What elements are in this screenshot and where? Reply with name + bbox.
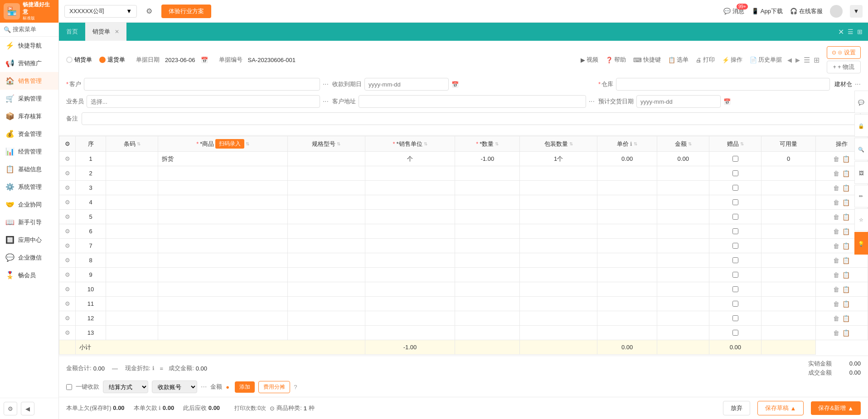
scan-button[interactable]: 扫码录入	[215, 139, 244, 149]
user-menu-icon[interactable]: ▼	[850, 5, 863, 18]
delete-icon-5[interactable]: 🗑	[833, 228, 839, 235]
row-unit-price-12[interactable]	[597, 326, 657, 340]
row-amount-7[interactable]	[657, 253, 709, 268]
settings-bottom-btn[interactable]: ⚙	[4, 402, 17, 415]
trial-button[interactable]: 体验行业方案	[161, 5, 211, 18]
delete-icon-1[interactable]: 🗑	[833, 170, 839, 177]
collapse-btn[interactable]: ◀	[21, 402, 34, 415]
row-unit-0[interactable]: 个	[365, 152, 455, 166]
shortcut-btn[interactable]: ⌨ 快捷键	[631, 55, 663, 65]
row-quantity-1[interactable]	[455, 166, 520, 181]
history-btn[interactable]: 📄 历史单据	[748, 55, 784, 65]
row-amount-0[interactable]: 0.00	[657, 152, 709, 166]
gift-checkbox-5[interactable]	[732, 228, 738, 234]
row-spec-1[interactable]	[288, 166, 365, 181]
address-dots[interactable]: ···	[589, 97, 595, 106]
row-quantity-10[interactable]	[455, 297, 520, 311]
gift-checkbox-9[interactable]	[732, 286, 738, 292]
row-barcode-10[interactable]	[106, 297, 158, 311]
float-btn-lock[interactable]: 🔒	[854, 114, 868, 137]
sidebar-item-guide[interactable]: 📖 新手引导	[0, 213, 58, 231]
calendar-icon-delivery[interactable]: 📅	[723, 98, 731, 105]
row-product-2[interactable]	[158, 181, 288, 195]
row-quantity-6[interactable]	[455, 239, 520, 253]
row-gear-0[interactable]: ⚙	[59, 152, 76, 166]
gift-checkbox-10[interactable]	[732, 301, 738, 307]
row-gear-6[interactable]: ⚙	[59, 239, 76, 253]
row-barcode-11[interactable]	[106, 311, 158, 326]
payment-checkbox[interactable]	[66, 384, 72, 390]
row-unit-9[interactable]	[365, 282, 455, 297]
circle-icon[interactable]: ⊙	[270, 405, 275, 412]
calendar-icon-date[interactable]: 📅	[201, 57, 208, 63]
view-grid-icon[interactable]: ⊞	[814, 56, 820, 64]
row-spec-4[interactable]	[288, 210, 365, 224]
row-amount-5[interactable]	[657, 224, 709, 239]
copy-icon-11[interactable]: 📋	[842, 315, 850, 322]
row-spec-3[interactable]	[288, 195, 365, 210]
float-btn-orange[interactable]: 💡	[854, 232, 868, 255]
row-amount-10[interactable]	[657, 297, 709, 311]
notes-input[interactable]	[82, 112, 861, 125]
delete-icon-11[interactable]: 🗑	[833, 315, 839, 322]
row-amount-9[interactable]	[657, 282, 709, 297]
gift-checkbox-3[interactable]	[732, 199, 738, 205]
row-spec-2[interactable]	[288, 181, 365, 195]
operation-btn[interactable]: ⚡ 操作	[720, 55, 744, 65]
row-barcode-8[interactable]	[106, 268, 158, 282]
float-btn-star[interactable]: ☆	[854, 208, 868, 231]
th-pack-qty[interactable]: 包装数量⇅	[520, 136, 597, 152]
copy-icon-4[interactable]: 📋	[842, 213, 850, 221]
row-gift-10[interactable]	[709, 297, 761, 311]
list-view-icon[interactable]: ☰	[848, 28, 853, 35]
tab-sales-order[interactable]: 销货单 ✕	[85, 23, 126, 41]
row-unit-price-5[interactable]	[597, 224, 657, 239]
row-product-10[interactable]	[158, 297, 288, 311]
row-gift-1[interactable]	[709, 166, 761, 181]
row-gift-8[interactable]	[709, 268, 761, 282]
row-pack-qty-4[interactable]	[520, 210, 597, 224]
gift-checkbox-2[interactable]	[732, 185, 738, 191]
row-pack-qty-5[interactable]	[520, 224, 597, 239]
copy-icon-9[interactable]: 📋	[842, 286, 850, 293]
row-gift-9[interactable]	[709, 282, 761, 297]
gift-checkbox-12[interactable]	[732, 330, 738, 336]
copy-icon-3[interactable]: 📋	[842, 199, 850, 206]
sidebar-item-inventory[interactable]: 📦 库存核算	[0, 107, 58, 125]
video-btn[interactable]: ▶ 视频	[579, 55, 600, 65]
row-amount-4[interactable]	[657, 210, 709, 224]
sidebar-item-sales[interactable]: 🏠 销售管理	[0, 72, 58, 90]
row-unit-price-2[interactable]	[597, 181, 657, 195]
copy-icon-0[interactable]: 📋	[842, 155, 850, 163]
delete-icon-7[interactable]: 🗑	[833, 257, 839, 264]
row-unit-3[interactable]	[365, 195, 455, 210]
row-barcode-3[interactable]	[106, 195, 158, 210]
row-unit-price-4[interactable]	[597, 210, 657, 224]
radio-sales[interactable]: 销货单	[66, 56, 92, 64]
row-unit-5[interactable]	[365, 224, 455, 239]
gift-checkbox-0[interactable]	[732, 156, 738, 162]
row-unit-price-7[interactable]	[597, 253, 657, 268]
topbar-settings-icon[interactable]: ⚙	[142, 5, 156, 18]
company-selector[interactable]: XXXXXX公司 ▼	[64, 5, 137, 18]
row-product-9[interactable]	[158, 282, 288, 297]
cash-discount-info[interactable]: ℹ	[152, 365, 155, 371]
warehouse-dots[interactable]: ···	[855, 80, 861, 88]
settings-button[interactable]: ⊙ ⊙ 设置	[827, 46, 861, 59]
sidebar-item-wechat[interactable]: 💬 企业微信	[0, 249, 58, 266]
sidebar-item-basic[interactable]: 📋 基础信息	[0, 160, 58, 178]
row-gear-4[interactable]: ⚙	[59, 210, 76, 224]
row-unit-price-10[interactable]	[597, 297, 657, 311]
row-amount-3[interactable]	[657, 195, 709, 210]
sidebar-search[interactable]: 🔍 搜索菜单	[0, 23, 58, 37]
row-product-3[interactable]	[158, 195, 288, 210]
calendar-icon-due[interactable]: 📅	[451, 81, 459, 88]
row-amount-1[interactable]	[657, 166, 709, 181]
add-button[interactable]: 添加	[235, 381, 255, 393]
row-barcode-12[interactable]	[106, 326, 158, 340]
delete-icon-6[interactable]: 🗑	[833, 242, 839, 250]
th-barcode[interactable]: 条码⇅	[106, 136, 158, 152]
nav-prev-icon[interactable]: ◀	[787, 57, 792, 63]
copy-icon-7[interactable]: 📋	[842, 257, 850, 264]
row-gear-5[interactable]: ⚙	[59, 224, 76, 239]
